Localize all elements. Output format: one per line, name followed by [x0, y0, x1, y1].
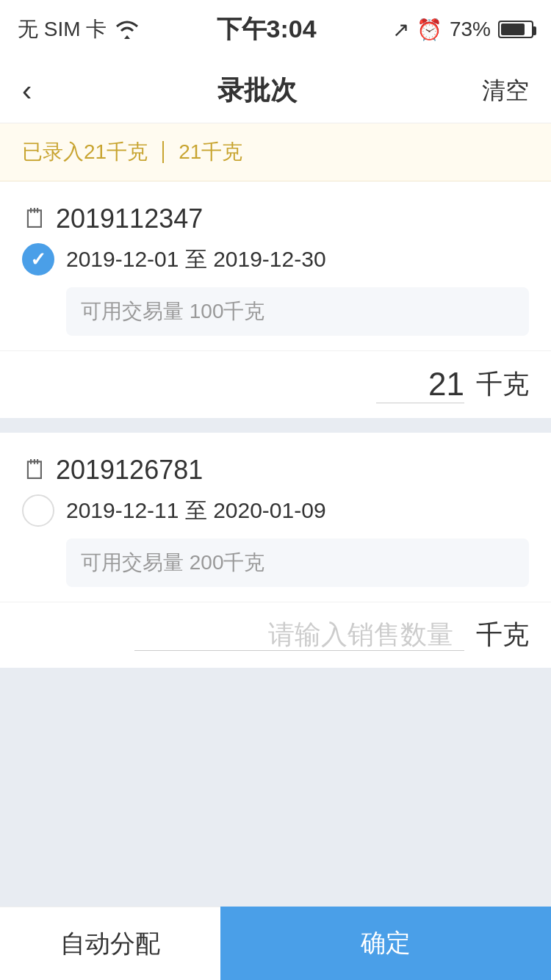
auto-distribute-button[interactable]: 自动分配	[0, 907, 220, 980]
alarm-icon: ⏰	[417, 18, 442, 42]
batch-radio-1[interactable]	[22, 243, 54, 275]
bottom-bar: 自动分配 确定	[0, 907, 551, 980]
quantity-display-1: 21	[376, 366, 464, 403]
quantity-value-1: 21	[428, 366, 464, 402]
batch-doc-icon-1: 🗒	[22, 203, 48, 234]
batch-item-2: 🗒 2019126781 2019-12-11 至 2020-01-09 可用交…	[0, 433, 551, 602]
page-title: 录批次	[217, 73, 297, 109]
batch-available-1: 可用交易量 100千克	[66, 287, 529, 336]
batch-header-1: 🗒 2019112347	[22, 203, 529, 234]
batch-number-1: 2019112347	[56, 203, 203, 234]
clear-button[interactable]: 清空	[482, 75, 529, 107]
nav-bar: ‹ 录批次 清空	[0, 59, 551, 123]
batch-date-row-1[interactable]: 2019-12-01 至 2019-12-30	[22, 243, 529, 275]
summary-bar: 已录入21千克 21千克	[0, 123, 551, 181]
summary-divider	[162, 141, 164, 163]
quantity-row-1: 21 千克	[0, 350, 551, 418]
section-divider	[0, 418, 551, 433]
status-time: 下午3:04	[217, 12, 317, 46]
wifi-icon	[114, 19, 140, 40]
carrier-label: 无 SIM 卡	[18, 15, 107, 43]
batch-date-2: 2019-12-11 至 2020-01-09	[66, 496, 326, 526]
batch-date-1: 2019-12-01 至 2019-12-30	[66, 245, 326, 275]
quantity-input-2[interactable]	[134, 619, 464, 651]
battery-percent: 73%	[450, 18, 491, 41]
summary-value: 21千克	[179, 138, 242, 166]
batch-card-1: 🗒 2019112347 2019-12-01 至 2019-12-30 可用交…	[0, 181, 551, 418]
input-row-2: 千克	[0, 602, 551, 668]
quantity-unit-1: 千克	[476, 367, 529, 403]
quantity-unit-2: 千克	[476, 617, 529, 653]
batch-date-row-2[interactable]: 2019-12-11 至 2020-01-09	[22, 494, 529, 527]
batch-header-2: 🗒 2019126781	[22, 455, 529, 486]
status-left: 无 SIM 卡	[18, 15, 140, 43]
status-right: ↗ ⏰ 73%	[392, 18, 533, 42]
summary-recorded: 已录入21千克	[22, 138, 148, 166]
status-bar: 无 SIM 卡 下午3:04 ↗ ⏰ 73%	[0, 0, 551, 59]
location-icon: ↗	[392, 18, 409, 42]
battery-icon	[498, 21, 533, 38]
batch-item-1: 🗒 2019112347 2019-12-01 至 2019-12-30 可用交…	[0, 181, 551, 350]
batch-number-2: 2019126781	[56, 455, 203, 486]
batch-card-2: 🗒 2019126781 2019-12-11 至 2020-01-09 可用交…	[0, 433, 551, 668]
batch-available-2: 可用交易量 200千克	[66, 538, 529, 587]
batch-radio-2[interactable]	[22, 494, 54, 527]
confirm-button[interactable]: 确定	[220, 907, 551, 980]
batch-doc-icon-2: 🗒	[22, 455, 48, 486]
back-button[interactable]: ‹	[22, 74, 32, 107]
